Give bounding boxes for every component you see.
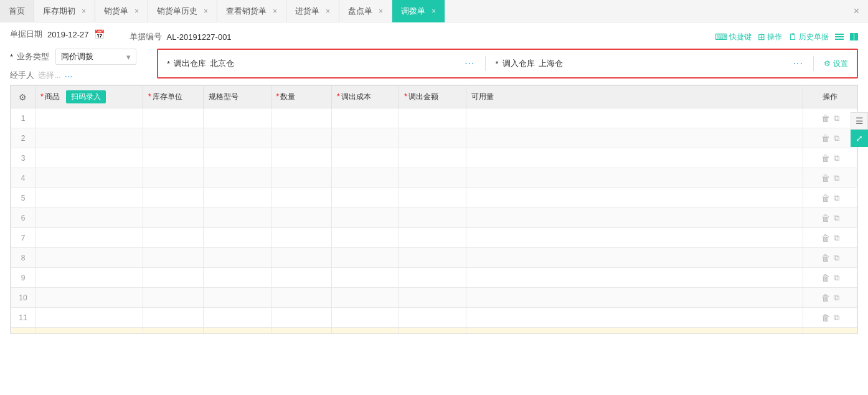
spec-header: 规格型号 (204, 86, 271, 108)
close-icon[interactable]: × (204, 7, 208, 15)
table-body: 1🗑⧉ 2🗑⧉ 3🗑⧉ 4🗑⧉ 5🗑⧉ 6🗑⧉ 7🗑⧉ 8🗑⧉ 9🗑⧉ 10🗑⧉… (11, 108, 857, 335)
delete-icon[interactable]: 🗑 (821, 233, 830, 243)
handler-field: 经手人 选择... ··· (10, 70, 147, 81)
close-icon[interactable]: × (432, 7, 436, 15)
table-row: 6🗑⧉ (11, 208, 857, 228)
delete-icon[interactable]: 🗑 (821, 193, 830, 203)
delete-icon[interactable]: 🗑 (821, 213, 830, 223)
table-row: 7🗑⧉ (11, 228, 857, 248)
header-toolbar: ⌨ 快捷键 ⊞ 操作 🗒 历史单据 (715, 32, 858, 42)
grid-icon: ⊞ (758, 32, 765, 42)
window-close-button[interactable]: × (845, 0, 868, 22)
warehouse-section: * 调出仓库 北京仓 ··· * 调入仓库 上海仓 ··· ⚙ 设置 (157, 49, 858, 79)
table-row: 8🗑⧉ (11, 248, 857, 268)
warehouse-divider (485, 56, 486, 71)
two-col-view-icon[interactable] (850, 33, 858, 40)
lines-view-icon[interactable] (835, 34, 844, 40)
close-icon[interactable]: × (379, 7, 383, 15)
copy-icon[interactable]: ⧉ (834, 133, 839, 143)
delete-icon[interactable]: 🗑 (821, 273, 830, 283)
amount-header: *调出金额 (399, 86, 466, 108)
close-icon[interactable]: × (134, 7, 139, 15)
settings-button[interactable]: ⚙ 设置 (824, 59, 848, 69)
copy-icon[interactable]: ⧉ (834, 173, 839, 183)
date-field: 单据日期 2019-12-27 📅 (10, 29, 105, 40)
tab-view-sales[interactable]: 查看销货单 × (217, 0, 286, 22)
qty-header: *数量 (271, 86, 331, 108)
doc-id-value: AL-20191227-001 (167, 32, 232, 42)
table-row: 9🗑⧉ (11, 268, 857, 288)
close-icon[interactable]: × (82, 7, 86, 15)
date-value: 2019-12-27 (47, 30, 89, 39)
float-expand-button[interactable]: ⤢ (851, 130, 868, 147)
copy-icon[interactable]: ⧉ (834, 213, 839, 223)
delete-icon[interactable]: 🗑 (821, 173, 830, 183)
delete-icon[interactable]: 🗑 (821, 153, 830, 163)
table-row: 4🗑⧉ (11, 168, 857, 188)
copy-icon[interactable]: ⧉ (834, 153, 839, 163)
copy-icon[interactable]: ⧉ (834, 113, 839, 123)
table-row: 3🗑⧉ (11, 148, 857, 168)
shortcuts-button[interactable]: ⌨ 快捷键 (715, 32, 752, 42)
ops-header: 操作 (803, 86, 857, 108)
settings-gear-icon: ⚙ (824, 59, 831, 68)
history-button[interactable]: 🗒 历史单据 (788, 32, 829, 42)
subtotal-row: 小计 0.00 0.00 0.00 (11, 328, 857, 335)
delete-icon[interactable]: 🗑 (821, 113, 830, 123)
cost-header: *调出成本 (331, 86, 399, 108)
out-warehouse-field: * 调出仓库 北京仓 ··· (167, 58, 475, 69)
copy-icon[interactable]: ⧉ (834, 193, 839, 203)
biz-type-dropdown[interactable]: 同价调拨 ▾ (55, 49, 136, 65)
float-list-button[interactable]: ☰ (851, 112, 868, 130)
keyboard-icon: ⌨ (715, 32, 727, 42)
header-row: 单据日期 2019-12-27 📅 单据编号 AL-20191227-001 ⌨… (0, 22, 868, 49)
operations-button[interactable]: ⊞ 操作 (758, 32, 782, 42)
tab-purchase-order[interactable]: 进货单 × (286, 0, 339, 22)
table-container: ⚙ *商品 扫码录入 *库存单位 规格型号 *数量 *调出成本 (10, 85, 858, 334)
tab-inventory-init[interactable]: 库存期初 × (34, 0, 95, 22)
right-float-panel: ☰ ⤢ (851, 112, 868, 147)
doc-id-field: 单据编号 AL-20191227-001 (115, 31, 232, 42)
dropdown-arrow-icon: ▾ (126, 52, 131, 62)
tab-sales-history[interactable]: 销货单历史 × (148, 0, 217, 22)
table-row: 1🗑⧉ (11, 108, 857, 128)
table-settings-icon[interactable]: ⚙ (19, 92, 27, 102)
close-icon[interactable]: × (326, 7, 330, 15)
biz-type-field: * 业务类型 同价调拨 ▾ (10, 49, 147, 65)
tab-transfer-order[interactable]: 调拨单 × (392, 0, 445, 22)
tab-sales-order[interactable]: 销货单 × (95, 0, 148, 22)
available-header: 可用量 (466, 86, 803, 108)
delete-icon[interactable]: 🗑 (821, 253, 830, 263)
copy-icon[interactable]: ⧉ (834, 233, 839, 243)
transfer-table: ⚙ *商品 扫码录入 *库存单位 规格型号 *数量 *调出成本 (11, 85, 857, 334)
table-header-row: ⚙ *商品 扫码录入 *库存单位 规格型号 *数量 *调出成本 (11, 86, 857, 108)
product-header: *商品 扫码录入 (35, 86, 143, 108)
expand-icon: ⤢ (856, 133, 863, 143)
history-icon: 🗒 (788, 32, 797, 42)
out-warehouse-more-icon[interactable]: ··· (465, 58, 474, 69)
close-icon[interactable]: × (273, 7, 277, 15)
settings-divider (813, 56, 814, 71)
tab-home[interactable]: 首页 (0, 0, 34, 22)
copy-icon[interactable]: ⧉ (834, 273, 839, 283)
calendar-icon[interactable]: 📅 (94, 29, 105, 39)
middle-section: * 业务类型 同价调拨 ▾ 经手人 选择... ··· * 调出仓库 北京仓 ·… (0, 49, 868, 85)
scan-button[interactable]: 扫码录入 (66, 90, 106, 103)
copy-icon[interactable]: ⧉ (834, 253, 839, 263)
delete-icon[interactable]: 🗑 (821, 293, 830, 303)
unit-header: *库存单位 (143, 86, 204, 108)
delete-icon[interactable]: 🗑 (821, 133, 830, 143)
in-warehouse-field: * 调入仓库 上海仓 ··· (496, 58, 804, 69)
copy-icon[interactable]: ⧉ (834, 313, 839, 323)
handler-more-icon[interactable]: ··· (65, 70, 73, 81)
table-row: 10🗑⧉ (11, 288, 857, 308)
gear-header[interactable]: ⚙ (11, 86, 35, 108)
left-fields: * 业务类型 同价调拨 ▾ 经手人 选择... ··· (10, 49, 147, 81)
tab-bar: 首页 库存期初 × 销货单 × 销货单历史 × 查看销货单 × 进货单 × 盘点… (0, 0, 868, 22)
copy-icon[interactable]: ⧉ (834, 293, 839, 303)
delete-icon[interactable]: 🗑 (821, 313, 830, 323)
list-icon: ☰ (856, 116, 864, 126)
in-warehouse-more-icon[interactable]: ··· (793, 58, 803, 69)
table-row: 11🗑⧉ (11, 308, 857, 328)
tab-inventory-check[interactable]: 盘点单 × (339, 0, 392, 22)
